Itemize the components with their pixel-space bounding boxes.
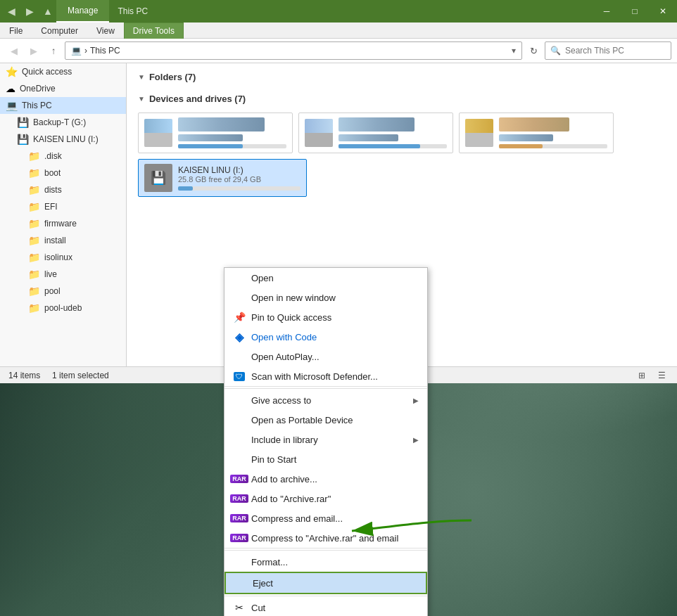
sidebar-item-pool[interactable]: 📁 pool <box>0 283 126 300</box>
refresh-button[interactable]: ↻ <box>525 42 542 59</box>
ctx-open-portable[interactable]: Open as Portable Device <box>224 410 427 430</box>
tab-computer[interactable]: Computer <box>32 23 87 39</box>
tab-this-pc[interactable]: This PC <box>109 0 156 23</box>
close-button[interactable]: ✕ <box>649 0 677 23</box>
maximize-button[interactable]: □ <box>621 0 649 23</box>
ctx-format[interactable]: Format... <box>224 552 427 572</box>
sidebar-item-pool-udeb[interactable]: 📁 pool-udeb <box>0 300 126 316</box>
ctx-compress-email[interactable]: RAR Compress and email... <box>224 508 427 528</box>
address-dropdown-icon[interactable]: ▾ <box>512 46 516 56</box>
kaisen-drive-bar <box>178 186 300 191</box>
breadcrumb-path: This PC <box>90 46 120 56</box>
drive-name-3-blur <box>499 117 569 131</box>
sidebar-item-install[interactable]: 📁 install <box>0 232 126 249</box>
ctx-open-label: Open <box>251 273 419 283</box>
ctx-add-archive-rar[interactable]: RAR Add to "Archive.rar" <box>224 489 427 508</box>
detail-view-button[interactable]: ☰ <box>654 368 669 383</box>
tab-this-pc-label: This PC <box>118 6 148 16</box>
sidebar-item-disk[interactable]: 📁 .disk <box>0 148 126 165</box>
sidebar-label-live: live <box>44 269 57 279</box>
title-bar: ◀ ▶ ▲ Manage This PC ─ □ ✕ <box>0 0 677 23</box>
pool-udeb-icon: 📁 <box>28 302 40 314</box>
ctx-open-new-window-label: Open in new window <box>251 293 419 303</box>
tab-file[interactable]: File <box>0 23 32 39</box>
ctx-pin-quick-access[interactable]: 📌 Pin to Quick access <box>224 307 427 327</box>
sidebar-item-backup-t[interactable]: 💾 Backup-T (G:) <box>0 114 126 131</box>
onedrive-icon: ☁ <box>6 83 15 94</box>
sidebar-item-boot[interactable]: 📁 boot <box>0 165 126 181</box>
sidebar-item-dists[interactable]: 📁 dists <box>0 181 126 198</box>
ctx-include-library-icon <box>233 433 246 446</box>
ctx-include-library-arrow: ▶ <box>413 436 419 444</box>
sidebar-label-firmware: firmware <box>44 219 77 229</box>
nav-up-button[interactable]: ↑ <box>45 42 62 59</box>
ctx-pin-quick-access-label: Pin to Quick access <box>251 312 419 323</box>
drive-thumb-2 <box>305 119 333 147</box>
ctx-format-icon <box>233 556 246 568</box>
drive-space-3-blur <box>499 134 553 141</box>
efi-icon: 📁 <box>28 201 40 212</box>
ctx-open-icon <box>233 271 246 284</box>
tab-drive-tools[interactable]: Drive Tools <box>124 23 184 39</box>
sidebar-item-onedrive[interactable]: ☁ OneDrive <box>0 80 126 97</box>
kaisen-drive-name: KAISEN LINU (I:) <box>178 165 300 175</box>
ctx-cut[interactable]: ✂ Cut <box>224 598 427 616</box>
drive-info-2 <box>338 117 447 148</box>
breadcrumb-icon: 💻 <box>71 46 82 56</box>
drive-item-3[interactable] <box>459 113 614 153</box>
address-field[interactable]: 💻 › This PC ▾ <box>65 41 522 60</box>
forward-button[interactable]: ▶ <box>21 3 38 20</box>
live-icon: 📁 <box>28 269 40 280</box>
sidebar-item-quick-access[interactable]: ⭐ Quick access <box>0 63 126 80</box>
ctx-eject[interactable]: Eject <box>224 572 427 594</box>
folders-section-header[interactable]: ▼ Folders (7) <box>138 69 666 85</box>
sidebar-label-boot: boot <box>44 168 61 178</box>
ctx-add-archive[interactable]: RAR Add to archive... <box>224 469 427 489</box>
sidebar-item-this-pc[interactable]: 💻 This PC <box>0 97 126 114</box>
up-button[interactable]: ▲ <box>39 3 56 20</box>
tab-view[interactable]: View <box>87 23 124 39</box>
ctx-defender-icon: 🛡 <box>233 370 246 383</box>
sidebar-item-live[interactable]: 📁 live <box>0 266 126 283</box>
ctx-open-autoplay-label: Open AutoPlay... <box>251 352 419 362</box>
ctx-open-autoplay[interactable]: Open AutoPlay... <box>224 347 427 366</box>
drive-name-2-blur <box>338 117 415 131</box>
sidebar-item-kaisen-linu[interactable]: 💾 KAISEN LINU (I:) <box>0 131 126 148</box>
ctx-eject-label: Eject <box>253 578 417 589</box>
ctx-add-archive-rar-label: Add to "Archive.rar" <box>251 494 419 504</box>
ctx-compress-rar-email[interactable]: RAR Compress to "Archive.rar" and email <box>224 528 427 548</box>
ctx-autoplay-icon <box>233 350 246 363</box>
sidebar-item-isolinux[interactable]: 📁 isolinux <box>0 249 126 266</box>
nav-back-button[interactable]: ◀ <box>6 42 23 59</box>
ctx-scan-defender[interactable]: 🛡 Scan with Microsoft Defender... <box>224 366 427 387</box>
sidebar-label-install: install <box>44 236 66 245</box>
folders-chevron: ▼ <box>138 73 145 81</box>
sidebar-label-efi: EFI <box>44 202 58 212</box>
drive-bar-2 <box>338 144 447 148</box>
tab-manage[interactable]: Manage <box>56 0 109 23</box>
back-button[interactable]: ◀ <box>3 3 20 20</box>
ctx-open[interactable]: Open <box>224 268 427 288</box>
sidebar-item-efi[interactable]: 📁 EFI <box>0 198 126 215</box>
status-right: ⊞ ☰ <box>635 368 669 383</box>
ctx-cut-label: Cut <box>251 603 419 613</box>
drive-item-1[interactable] <box>138 113 293 153</box>
list-view-button[interactable]: ⊞ <box>635 368 649 383</box>
firmware-icon: 📁 <box>28 218 40 229</box>
drives-section-header[interactable]: ▼ Devices and drives (7) <box>138 91 666 107</box>
sidebar-item-firmware[interactable]: 📁 firmware <box>0 215 126 232</box>
drive-item-2[interactable] <box>298 113 453 153</box>
minimize-button[interactable]: ─ <box>593 0 621 23</box>
ctx-open-with-code[interactable]: ◈ Open with Code <box>224 327 427 347</box>
kaisen-drive-icon: 💾 <box>151 170 166 186</box>
ctx-open-new-window[interactable]: Open in new window <box>224 288 427 307</box>
search-input[interactable] <box>545 41 671 60</box>
ctx-include-library-label: Include in library <box>251 435 407 445</box>
nav-forward-button[interactable]: ▶ <box>25 42 42 59</box>
folders-title: Folders (7) <box>149 72 196 82</box>
ctx-include-library[interactable]: Include in library ▶ <box>224 430 427 449</box>
ctx-give-access[interactable]: Give access to ▶ <box>224 390 427 410</box>
drive-bar-3 <box>499 144 607 148</box>
drive-item-kaisen[interactable]: 💾 KAISEN LINU (I:) 25.8 GB free of 29,4 … <box>138 159 307 197</box>
ctx-pin-start[interactable]: Pin to Start <box>224 449 427 469</box>
